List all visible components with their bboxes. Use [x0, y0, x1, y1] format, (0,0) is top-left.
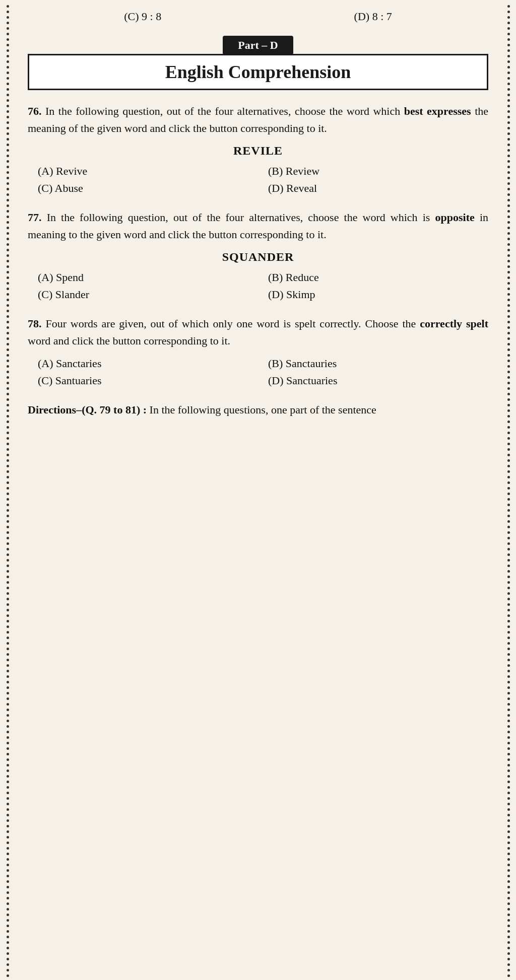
directions-label: Directions–(Q. 79 to 81) :: [28, 403, 147, 416]
directions-block: Directions–(Q. 79 to 81) : In the follow…: [28, 401, 488, 418]
q76-number: 76.: [28, 105, 42, 117]
q77-option-a: (A) Spend: [38, 271, 248, 284]
question-78: 78. Four words are given, out of which o…: [28, 315, 488, 387]
option-c-top: (C) 9 : 8: [124, 10, 161, 23]
top-options-row: (C) 9 : 8 (D) 8 : 7: [28, 10, 488, 23]
directions-content: In the following questions, one part of …: [147, 403, 376, 416]
section-title: English Comprehension: [39, 61, 477, 83]
q78-text-before: Four words are given, out of which only …: [45, 317, 420, 330]
q76-option-c: (C) Abuse: [38, 182, 248, 195]
main-content: (C) 9 : 8 (D) 8 : 7 Part – D English Com…: [18, 0, 498, 443]
q76-word: REVILE: [28, 144, 488, 158]
dotted-border-left: [0, 0, 15, 980]
q77-option-c: (C) Slander: [38, 288, 248, 301]
q76-text-before: In the following question, out of the fo…: [45, 105, 404, 117]
q77-option-b: (B) Reduce: [268, 271, 478, 284]
directions-text: Directions–(Q. 79 to 81) : In the follow…: [28, 401, 488, 418]
q76-keyword: best expresses: [404, 105, 471, 117]
q78-option-d: (D) Sanctuaries: [268, 374, 478, 387]
q78-option-c: (C) Santuaries: [38, 374, 248, 387]
dotted-border-right: [501, 0, 516, 980]
q78-option-a: (A) Sanctaries: [38, 357, 248, 370]
q77-word: SQUANDER: [28, 250, 488, 264]
question-77-text: 77. In the following question, out of th…: [28, 209, 488, 243]
section-title-box: English Comprehension: [28, 54, 488, 90]
q77-keyword: opposite: [435, 211, 475, 224]
part-badge: Part – D: [223, 36, 293, 55]
question-78-text: 78. Four words are given, out of which o…: [28, 315, 488, 349]
page-container: (C) 9 : 8 (D) 8 : 7 Part – D English Com…: [0, 0, 516, 980]
q76-option-d: (D) Reveal: [268, 182, 478, 195]
q76-option-b: (B) Review: [268, 165, 478, 178]
q76-options: (A) Revive (B) Review (C) Abuse (D) Reve…: [28, 165, 488, 195]
q78-options: (A) Sanctaries (B) Sanctauries (C) Santu…: [28, 357, 488, 387]
q78-keyword: correctly spelt: [420, 317, 488, 330]
q78-text-after: word and click the button corresponding …: [28, 334, 230, 347]
question-76-text: 76. In the following question, out of th…: [28, 103, 488, 137]
q77-text-before: In the following question, out of the fo…: [47, 211, 435, 224]
q78-number: 78.: [28, 317, 42, 330]
q78-option-b: (B) Sanctauries: [268, 357, 478, 370]
part-header-container: Part – D: [28, 36, 488, 54]
q77-options: (A) Spend (B) Reduce (C) Slander (D) Ski…: [28, 271, 488, 301]
q77-option-d: (D) Skimp: [268, 288, 478, 301]
option-d-top: (D) 8 : 7: [354, 10, 392, 23]
q77-number: 77.: [28, 211, 42, 224]
q76-option-a: (A) Revive: [38, 165, 248, 178]
question-76: 76. In the following question, out of th…: [28, 103, 488, 195]
question-77: 77. In the following question, out of th…: [28, 209, 488, 301]
